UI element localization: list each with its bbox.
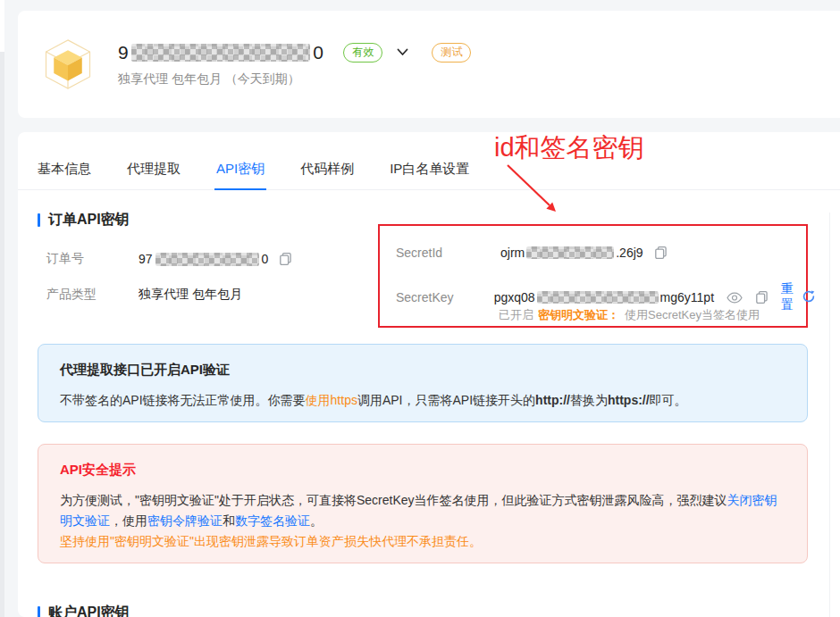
key-token-verification-link[interactable]: 密钥令牌验证	[147, 513, 223, 528]
order-header-card: 90 有效 测试 独享代理 包年包月 （今天到期）	[18, 11, 840, 118]
left-edge-strip	[0, 0, 4, 617]
section-bar	[38, 213, 40, 227]
secret-key-label: SecretKey	[396, 290, 494, 304]
order-no-prefix: 97	[139, 252, 153, 266]
tab-api-key[interactable]: API密钥	[214, 154, 266, 190]
status-badge: 有效	[343, 43, 382, 63]
account-api-key-section-header: 账户API密钥	[38, 604, 130, 617]
tab-basic-info[interactable]: 基本信息	[36, 154, 93, 189]
secret-key-suffix: mg6y11pt	[660, 290, 714, 304]
warning-text: ，使用	[110, 513, 147, 528]
api-verification-info-box: 代理提取接口已开启API验证 不带签名的API链接将无法正常使用。你需要使用ht…	[38, 344, 808, 422]
section-title: 账户API密钥	[48, 604, 130, 617]
warning-text: 和	[223, 513, 235, 528]
section-title: 订单API密钥	[48, 211, 130, 229]
redacted-secret-key	[537, 291, 659, 304]
section-bar	[38, 606, 40, 617]
order-title-row: 90 有效 测试	[118, 42, 471, 63]
digital-signature-verification-link[interactable]: 数字签名验证	[235, 513, 310, 528]
note-highlight: 密钥明文验证：	[538, 308, 619, 321]
secret-id-value: ojrm.26j9	[500, 246, 643, 260]
content-right-divider	[829, 213, 830, 617]
info-box-body: 不带签名的API链接将无法正常使用。你需要使用https调用API，只需将API…	[60, 390, 785, 411]
order-number-suffix: 0	[313, 42, 323, 63]
show-secret-key-eye-icon[interactable]	[727, 292, 743, 304]
info-text: 调用API，只需将API链接开头的	[357, 393, 535, 407]
page: 90 有效 测试 独享代理 包年包月 （今天到期） 基本信息 代理提取 API密…	[0, 0, 840, 617]
redacted-order-no	[155, 253, 259, 266]
info-text: 不带签名的API链接将无法正常使用。你需要	[60, 393, 306, 407]
tab-code-samples[interactable]: 代码样例	[298, 154, 356, 189]
order-number-label: 订单号	[46, 251, 139, 267]
reset-secret-key-button[interactable]: 重置	[781, 281, 815, 313]
https-bold: https://	[608, 393, 650, 407]
copy-order-number-icon[interactable]	[279, 252, 292, 266]
order-fields: 订单号 970 产品类型 独享代理 包年包月	[46, 241, 292, 313]
warning-text: 为方便测试，"密钥明文验证"处于开启状态，可直接将SecretKey当作签名使用…	[60, 493, 727, 507]
secret-key-prefix: pgxq08	[494, 290, 535, 304]
secret-key-value: pgxq08mg6y11pt	[494, 290, 714, 304]
order-number-row: 订单号 970	[46, 241, 292, 277]
reset-label: 重置	[781, 281, 800, 313]
http-bold: http://	[535, 393, 570, 407]
order-header-info: 90 有效 测试 独享代理 包年包月 （今天到期）	[118, 42, 471, 88]
liability-caution-text: 坚持使用"密钥明文验证"出现密钥泄露导致订单资产损失快代理不承担责任。	[60, 531, 785, 552]
chevron-down-icon[interactable]	[397, 48, 408, 56]
note-prefix: 已开启	[499, 308, 533, 321]
plaintext-verification-note: 已开启密钥明文验证：使用SecretKey当签名使用	[499, 307, 760, 323]
copy-secret-id-icon[interactable]	[654, 246, 668, 260]
test-badge: 测试	[432, 43, 471, 63]
tab-proxy-extract[interactable]: 代理提取	[125, 154, 182, 189]
api-key-card: 基本信息 代理提取 API密钥 代码样例 IP白名单设置 订单API密钥 订单号…	[18, 132, 840, 617]
redacted-order-number	[131, 44, 310, 62]
product-type-value: 独享代理 包年包月	[139, 287, 242, 303]
info-box-title: 代理提取接口已开启API验证	[60, 362, 785, 379]
product-cube-icon	[43, 38, 93, 90]
order-subtitle: 独享代理 包年包月 （今天到期）	[118, 71, 471, 88]
api-security-warning-box: API安全提示 为方便测试，"密钥明文验证"处于开启状态，可直接将SecretK…	[38, 444, 808, 563]
redacted-secret-id	[526, 246, 614, 259]
use-https-link[interactable]: 使用https	[306, 393, 357, 407]
annotation-arrow	[493, 161, 574, 225]
warning-box-title: API安全提示	[60, 462, 785, 479]
order-api-key-section-header: 订单API密钥	[38, 211, 130, 229]
secret-id-suffix: .26j9	[616, 246, 643, 260]
warning-box-body: 为方便测试，"密钥明文验证"处于开启状态，可直接将SecretKey当作签名使用…	[60, 490, 785, 552]
product-type-row: 产品类型 独享代理 包年包月	[46, 277, 292, 313]
secret-id-row: SecretId ojrm.26j9	[396, 246, 668, 260]
refresh-icon	[802, 290, 815, 305]
warning-text: 。	[310, 513, 323, 528]
tab-bar: 基本信息 代理提取 API密钥 代码样例 IP白名单设置	[18, 154, 840, 190]
left-edge-strip-top	[0, 0, 4, 52]
info-text: 替换为	[570, 393, 608, 407]
secret-keys-highlight-box: SecretId ojrm.26j9 SecretKey pgxq08mg6y1…	[378, 224, 808, 328]
order-no-suffix: 0	[262, 252, 269, 266]
copy-secret-key-icon[interactable]	[755, 290, 769, 304]
product-type-label: 产品类型	[46, 287, 139, 303]
order-number-title: 90	[118, 42, 323, 63]
order-number-prefix: 9	[118, 42, 129, 63]
secret-id-label: SecretId	[396, 246, 500, 260]
note-suffix: 使用SecretKey当签名使用	[625, 308, 760, 321]
tab-ip-whitelist[interactable]: IP白名单设置	[388, 154, 471, 189]
order-number-value: 970	[139, 252, 268, 266]
info-text: 即可。	[650, 393, 687, 407]
secret-id-prefix: ojrm	[500, 246, 525, 260]
